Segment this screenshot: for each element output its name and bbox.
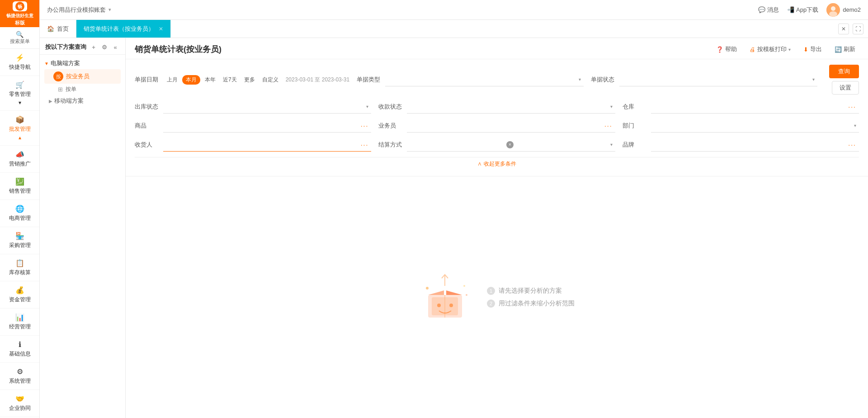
filter-item-product: 商品 ···: [135, 119, 371, 133]
sidebar-item-basic[interactable]: ℹ 基础信息: [0, 336, 39, 363]
app-download-action[interactable]: 📲 App下载: [787, 6, 818, 14]
sidebar-item-ecommerce[interactable]: 🌐 电商管理: [0, 200, 39, 227]
receiptstatus-dropdown-icon: ▾: [610, 104, 613, 109]
sidebar-item-operations[interactable]: 📊 经营管理: [0, 309, 39, 336]
warehouse-control[interactable]: ···: [651, 100, 859, 114]
sidebar-item-inventory-label: 库存核算: [9, 269, 31, 276]
receiver-label: 收货人: [135, 141, 160, 149]
doctype-label: 单据类型: [357, 76, 382, 84]
tab-close-icon[interactable]: ✕: [159, 26, 163, 32]
sidebar-item-wholesale[interactable]: 📦 批发管理 ▴: [0, 111, 39, 146]
filter-item-docstatus: 单据状态 ▾: [591, 73, 817, 86]
scheme-item-byorder[interactable]: ⊞ 按单: [44, 84, 121, 95]
logo-sub: 标版: [15, 19, 25, 26]
date-btn-more[interactable]: 更多: [241, 75, 258, 85]
dept-control[interactable]: ▾: [651, 119, 859, 133]
sidebar-item-basic-label: 基础信息: [9, 350, 31, 358]
logo-icon: 畅: [13, 1, 27, 11]
tab-home[interactable]: 🏠 首页: [40, 20, 76, 38]
sidebar-item-enterprise-label: 企业协同: [9, 404, 31, 412]
salesman-control[interactable]: ···: [407, 119, 615, 133]
search-menu-item[interactable]: 🔍 搜索菜单: [0, 27, 39, 49]
desktop-scheme-group-title[interactable]: ▼ 电脑端方案: [44, 57, 121, 69]
svg-point-12: [466, 294, 467, 296]
print-icon: 🖨: [750, 46, 755, 53]
date-btn-thismonth[interactable]: 本月: [182, 75, 200, 85]
sidebar-item-purchase[interactable]: 🏪 采购管理: [0, 227, 39, 254]
collapse-panel-btn[interactable]: «: [111, 43, 120, 52]
sidebar-item-sales[interactable]: 💹 销售管理: [0, 173, 39, 200]
product-label: 商品: [135, 122, 160, 130]
settle-clear-btn[interactable]: ×: [506, 141, 514, 148]
print-dropdown-arrow[interactable]: ▾: [788, 47, 791, 52]
breadcrumb-text: 办公用品行业模拟账套: [47, 6, 106, 14]
settle-control[interactable]: × ▾: [407, 138, 615, 152]
scheme-group-desktop: ▼ 电脑端方案 按 按业务员 ⊞ 按单 ▶ 移动端方案: [40, 55, 125, 109]
sidebar: 畅 畅捷信好生意 标版 🔍 搜索菜单 ⚡ 快捷导航 🛒 零售管理 ▾ 📦 批发管…: [0, 0, 40, 418]
sidebar-item-inventory[interactable]: 📋 库存核算: [0, 254, 39, 281]
topbar-left: 办公用品行业模拟账套 ▾: [47, 6, 111, 14]
brand-control[interactable]: ···: [651, 138, 859, 152]
template-print-label: 按模板打印: [757, 45, 787, 53]
sidebar-item-sales-label: 销售管理: [9, 187, 31, 195]
product-control[interactable]: ···: [163, 119, 371, 133]
finance-icon: 💰: [15, 286, 24, 294]
message-label: 消息: [767, 6, 779, 14]
docstatus-label: 单据状态: [591, 76, 616, 84]
filter-item-outstatus: 出库状态 ▾: [135, 100, 371, 114]
sidebar-item-system[interactable]: ⚙ 系统管理: [0, 363, 39, 390]
avatar: [826, 3, 840, 17]
sidebar-item-marketing[interactable]: 📣 营销推广: [0, 146, 39, 173]
sidebar-item-quicknav[interactable]: ⚡ 快捷导航: [0, 49, 39, 76]
doctype-dropdown-icon: ▾: [579, 77, 581, 82]
date-btn-lastmonth[interactable]: 上月: [164, 75, 180, 85]
user-profile-action[interactable]: demo2: [826, 3, 861, 17]
tab-maximize-btn[interactable]: ⛶: [853, 24, 863, 34]
mobile-scheme-group-title[interactable]: ▶ 移动端方案: [44, 95, 121, 107]
sidebar-item-finance[interactable]: 💰 资金管理: [0, 281, 39, 309]
outstatus-label: 出库状态: [135, 103, 160, 111]
byorder-label: 按单: [66, 86, 76, 93]
receiptstatus-control[interactable]: ▾: [407, 100, 615, 114]
ecommerce-icon: 🌐: [15, 204, 24, 213]
svg-point-3: [831, 6, 835, 11]
date-quick-btns: 上月 本月 本年 近7天 更多 自定义: [164, 75, 281, 85]
step2-text: 用过滤条件来缩小分析范围: [499, 299, 575, 308]
operations-icon: 📊: [15, 313, 24, 322]
docstatus-control[interactable]: ▾: [619, 73, 817, 86]
add-scheme-btn[interactable]: +: [89, 43, 98, 52]
sidebar-item-enterprise[interactable]: 🤝 企业协同: [0, 390, 39, 417]
scheme-item-salesman[interactable]: 按 按业务员: [44, 69, 121, 84]
template-print-btn[interactable]: 🖨 按模板打印 ▾: [746, 43, 794, 55]
sidebar-item-retail[interactable]: 🛒 零售管理 ▾: [0, 76, 39, 111]
sidebar-item-operations-label: 经营管理: [9, 323, 31, 331]
marketing-icon: 📣: [15, 150, 24, 159]
tab-sales-report[interactable]: 销货单统计表（按业务员） ✕: [76, 20, 171, 38]
receiver-control[interactable]: ···: [163, 138, 371, 152]
docstatus-dropdown-icon: ▾: [812, 77, 815, 82]
collapse-more-btn[interactable]: ∧ 收起更多条件: [135, 157, 859, 171]
sidebar-item-system-label: 系统管理: [9, 377, 31, 385]
breadcrumb-arrow-icon[interactable]: ▾: [108, 7, 111, 13]
collapse-label: ∧ 收起更多条件: [477, 161, 516, 167]
tab-close-all-btn[interactable]: ✕: [838, 24, 849, 34]
doctype-control[interactable]: ▾: [385, 73, 583, 86]
empty-state: 1 请先选择要分析的方案 2 用过滤条件来缩小分析范围: [126, 176, 868, 418]
settings-button[interactable]: 设置: [832, 81, 859, 95]
desktop-scheme-label: 电脑端方案: [51, 59, 80, 67]
date-btn-thisyear[interactable]: 本年: [202, 75, 218, 85]
help-btn[interactable]: ❓ 帮助: [712, 43, 741, 55]
date-btn-last7days[interactable]: 近7天: [220, 75, 240, 85]
filter-item-date: 单据日期 上月 本月 本年 近7天 更多 自定义 2023-03-01 至 20…: [135, 75, 349, 85]
right-content: 销货单统计表(按业务员) ❓ 帮助 🖨 按模板打印 ▾ ⬇ 导出: [126, 38, 868, 418]
outstatus-control[interactable]: ▾: [163, 100, 371, 114]
date-btn-custom[interactable]: 自定义: [259, 75, 281, 85]
export-btn[interactable]: ⬇ 导出: [800, 43, 826, 55]
svg-point-8: [437, 304, 441, 307]
message-action[interactable]: 💬 消息: [758, 6, 779, 14]
refresh-btn[interactable]: 🔄 刷新: [831, 43, 859, 55]
sidebar-item-marketing-label: 营销推广: [9, 160, 31, 168]
query-button[interactable]: 查询: [829, 65, 859, 78]
mobile-scheme-label: 移动端方案: [54, 97, 84, 105]
settings-scheme-btn[interactable]: ⚙: [100, 43, 109, 52]
